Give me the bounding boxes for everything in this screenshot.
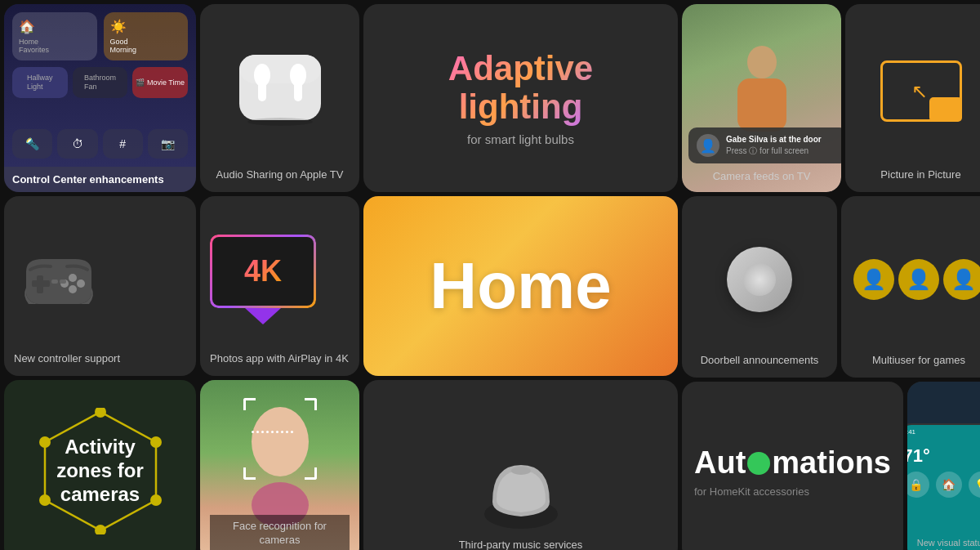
visual-status-label: New visual status in Home app xyxy=(912,538,980,550)
doorbell-device xyxy=(727,206,792,354)
tile-home: Home xyxy=(363,196,678,376)
fourk-text: 4K xyxy=(244,254,282,288)
audio-sharing-label: Audio Sharing on Apple TV xyxy=(216,168,344,182)
photos-4k-label: Photos app with AirPlay in 4K xyxy=(210,352,349,366)
svg-rect-16 xyxy=(60,279,66,284)
tile-pip: ↖ Picture in Picture xyxy=(845,4,980,192)
auto-dot xyxy=(747,452,770,475)
tile-controller: New controller support xyxy=(4,196,196,376)
homepod-container xyxy=(480,390,562,539)
control-center-label: Control Center enhancements xyxy=(4,167,196,192)
tile-right-column: Doorbell announcements 👤 👤 👤 Multiuser f… xyxy=(682,196,980,550)
svg-rect-15 xyxy=(51,279,58,284)
pip-label: Picture in Picture xyxy=(880,168,960,182)
automations-sub: for HomeKit accessories xyxy=(694,485,809,498)
tile-control-center: 🏠 HomeFavorites ☀️ GoodMorning HallwayLi… xyxy=(4,4,196,192)
music-label: Third-party music services xyxy=(459,539,583,550)
main-grid: 🏠 HomeFavorites ☀️ GoodMorning HallwayLi… xyxy=(0,0,980,550)
automations-title: Autmations xyxy=(694,445,891,481)
airpods-image xyxy=(215,14,345,168)
tile-music-services: Third-party music services xyxy=(363,380,678,550)
tile-audio-sharing: Audio Sharing on Apple TV xyxy=(200,4,359,192)
svg-point-6 xyxy=(247,118,313,126)
face-rec-label: Face recognition for cameras xyxy=(210,515,350,550)
svg-rect-8 xyxy=(737,78,786,132)
adaptive-lighting-title: Adaptivelighting xyxy=(448,50,593,125)
svg-point-26 xyxy=(511,467,531,475)
adaptive-lighting-sub: for smart light bulbs xyxy=(467,132,574,146)
camera-notif-text: Gabe Silva is at the door Press ⓘ for fu… xyxy=(726,134,822,157)
tile-doorbell: Doorbell announcements xyxy=(682,196,837,378)
tile-photos-4k: 4K Photos app with AirPlay in 4K xyxy=(200,196,359,376)
svg-point-7 xyxy=(747,46,777,78)
camera-feeds-label: Camera feeds on TV xyxy=(682,170,841,192)
svg-rect-5 xyxy=(294,81,302,101)
face-scan-corners xyxy=(243,398,317,480)
controller-label: New controller support xyxy=(14,352,120,366)
camera-avatar: 👤 xyxy=(697,134,719,157)
tile-activity: Activity zones for cameras xyxy=(4,380,196,550)
tile-face-recognition: Face recognition for cameras xyxy=(200,380,359,550)
tile-visual-status: 9:41 📶 71° 🔒 🏠 💡 New visual status in Ho… xyxy=(907,382,980,551)
svg-rect-1 xyxy=(239,55,321,83)
tile-multiuser: 👤 👤 👤 Multiuser for games xyxy=(841,196,980,378)
svg-rect-3 xyxy=(258,81,266,101)
scan-dots xyxy=(252,431,309,433)
avatar-2: 👤 xyxy=(898,259,939,300)
doorbell-label: Doorbell announcements xyxy=(701,354,819,368)
camera-notification: 👤 Gabe Silva is at the door Press ⓘ for … xyxy=(688,127,841,163)
svg-rect-10 xyxy=(32,280,50,287)
svg-point-11 xyxy=(69,274,77,282)
fourk-display: 4K xyxy=(210,206,316,352)
tile-camera-feeds: 👤 Gabe Silva is at the door Press ⓘ for … xyxy=(682,4,841,192)
multiuser-icons: 👤 👤 👤 xyxy=(853,206,980,354)
status-phone: 9:41 📶 71° 🔒 🏠 💡 xyxy=(907,423,980,550)
svg-point-12 xyxy=(77,279,85,288)
tile-adaptive-lighting: Adaptivelighting for smart light bulbs xyxy=(363,4,678,192)
home-title: Home xyxy=(430,248,611,324)
svg-point-13 xyxy=(69,285,77,293)
activity-zones-text: Activity zones for cameras xyxy=(35,408,166,534)
tile-automations: Autmations for HomeKit accessories xyxy=(682,382,903,551)
controller-icon xyxy=(14,206,104,352)
avatar-1: 👤 xyxy=(853,259,894,300)
pip-icon: ↖ xyxy=(880,14,962,168)
avatar-3: 👤 xyxy=(943,259,980,300)
activity-hexagon: Activity zones for cameras xyxy=(35,408,166,534)
multiuser-label: Multiuser for games xyxy=(872,354,965,368)
activity-content: Activity zones for cameras xyxy=(14,390,186,550)
